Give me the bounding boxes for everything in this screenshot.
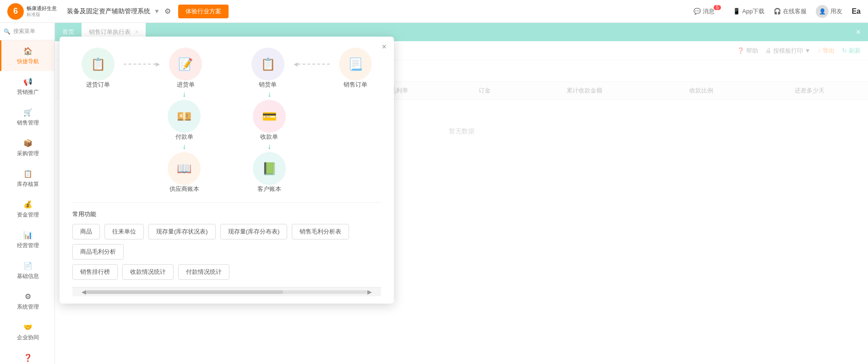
customer-ledger-icon: 📗 xyxy=(253,152,286,185)
message-icon: 💬 xyxy=(693,8,701,15)
arrow-sales: ◀ xyxy=(294,61,330,67)
payment-bill-icon: 💴 xyxy=(168,100,201,133)
sidebar-item-system[interactable]: ⚙ 系统管理 xyxy=(0,286,55,316)
sidebar-item-operations[interactable]: 📊 经营管理 xyxy=(0,224,55,255)
system-title-area: 装备及固定资产辅助管理系统 ▼ ⚙ 体验行业方案 xyxy=(67,5,693,18)
flow-item-receipt-bill[interactable]: 💳 收款单 xyxy=(243,100,296,141)
purchase-icon: 📦 xyxy=(23,138,33,148)
sales-order-icon: 📃 xyxy=(339,48,372,81)
sidebar-item-marketing[interactable]: 📢 营销推广 xyxy=(0,71,55,102)
sales-bill-icon: 📋 xyxy=(251,48,284,81)
purchase-order-icon: 📋 xyxy=(82,48,115,81)
flow-item-sales-bill[interactable]: 📋 销货单 xyxy=(242,48,294,89)
func-btn-product-profit[interactable]: 商品毛利分析 xyxy=(72,244,124,260)
sidebar-item-purchase[interactable]: 📦 采购管理 xyxy=(0,132,55,163)
message-btn[interactable]: 💬 消息 5 xyxy=(693,7,724,16)
enterprise-icon: 🤝 xyxy=(23,322,33,332)
func-btn-product[interactable]: 商品 xyxy=(72,224,100,239)
sidebar-item-quick[interactable]: 🏠 快捷导航 xyxy=(0,40,55,71)
arrow-purchase: ▶ xyxy=(124,61,160,67)
scroll-track[interactable] xyxy=(86,290,367,294)
sales-order-label: 销售订单 xyxy=(344,81,367,89)
common-functions-title: 常用功能 xyxy=(72,210,381,218)
online-service-btn[interactable]: 🎧 在线客服 xyxy=(774,7,807,16)
search-menu-btn[interactable]: 🔍 搜索菜单 xyxy=(0,23,55,40)
flow-item-purchase-bill[interactable]: 📝 进货单 xyxy=(160,48,211,89)
system-dropdown-icon[interactable]: ▼ xyxy=(154,8,160,15)
logo-area: 6 畅康通好生意 标准版 xyxy=(7,3,62,20)
sales-icon: 🛒 xyxy=(23,107,33,117)
down-arrow-receipt: ↓ xyxy=(243,143,296,150)
system-icon: ⚙ xyxy=(23,291,33,301)
marketing-icon: 📢 xyxy=(23,76,33,87)
overlay-inner: × 📋 进货订单 ▶ 📝 xyxy=(55,23,868,364)
supplier-ledger-label: 供应商账本 xyxy=(169,185,199,193)
flow-item-supplier-ledger[interactable]: 📖 供应商账本 xyxy=(158,152,211,193)
sidebar-item-sales[interactable]: 🛒 销售管理 xyxy=(0,102,55,132)
sidebar: 🔍 搜索菜单 🏠 快捷导航 📢 营销推广 🛒 销售管理 📦 采购管理 📋 库存核… xyxy=(0,23,55,364)
func-btn-sales-rank[interactable]: 销售排行榜 xyxy=(72,264,118,280)
purchase-bill-icon: 📝 xyxy=(169,48,202,81)
func-btn-receipt-stats[interactable]: 收款情况统计 xyxy=(122,264,174,280)
receipt-bill-icon: 💳 xyxy=(253,100,286,133)
app-download-btn[interactable]: 📱 App下载 xyxy=(733,7,764,16)
logo-text: 畅康通好生意 标准版 xyxy=(27,5,57,17)
flow-item-payment-bill[interactable]: 💴 付款单 xyxy=(158,100,211,141)
scroll-left-btn[interactable]: ◀ xyxy=(82,288,86,295)
quick-nav-dialog: × 📋 进货订单 ▶ 📝 xyxy=(60,37,394,304)
settings-icon[interactable]: ⚙ xyxy=(164,7,171,16)
down-arrow-purchase-bill: ↓ xyxy=(158,91,211,98)
sales-bill-label: 销货单 xyxy=(259,81,277,89)
flow-item-customer-ledger[interactable]: 📗 客户账本 xyxy=(243,152,296,193)
logo-icon: 6 xyxy=(7,3,24,20)
purchase-bill-label: 进货单 xyxy=(177,81,195,89)
app-icon: 📱 xyxy=(733,8,740,15)
user-area[interactable]: 👤 用友 xyxy=(816,5,842,18)
dialog-overlay: × 📋 进货订单 ▶ 📝 xyxy=(55,23,868,364)
scroll-right-btn[interactable]: ▶ xyxy=(367,288,372,295)
finance-icon: 💰 xyxy=(23,199,33,209)
user-ea-badge: Ea xyxy=(852,7,861,16)
func-btn-sales-profit[interactable]: 销售毛利分析表 xyxy=(292,224,349,239)
func-btn-partners[interactable]: 往来单位 xyxy=(104,224,144,239)
common-functions: 常用功能 商品 往来单位 现存量(库存状况表) 现存量(库存分布表) 销售毛利分… xyxy=(72,202,381,280)
payment-bill-label: 付款单 xyxy=(175,133,193,141)
sidebar-item-newbie[interactable]: ❓ 新手引导 xyxy=(0,347,55,364)
sidebar-item-enterprise[interactable]: 🤝 企业协同 xyxy=(0,316,55,347)
customer-ledger-label: 客户账本 xyxy=(257,185,281,193)
purchase-order-label: 进货订单 xyxy=(86,81,110,89)
search-icon: 🔍 xyxy=(4,28,11,35)
func-btn-stock-dist[interactable]: 现存量(库存分布表) xyxy=(220,224,288,239)
func-btn-stock-status[interactable]: 现存量(库存状况表) xyxy=(148,224,216,239)
user-avatar: 👤 xyxy=(816,5,829,18)
supplier-ledger-icon: 📖 xyxy=(168,152,201,185)
func-buttons-row2: 销售排行榜 收款情况统计 付款情况统计 xyxy=(72,264,381,280)
down-arrow-sales-bill: ↓ xyxy=(243,91,296,98)
newbie-icon: ❓ xyxy=(23,353,33,363)
top-header: 6 畅康通好生意 标准版 装备及固定资产辅助管理系统 ▼ ⚙ 体验行业方案 💬 … xyxy=(0,0,868,23)
flow-item-sales-order[interactable]: 📃 销售订单 xyxy=(330,48,381,89)
inventory-icon: 📋 xyxy=(23,168,33,179)
down-arrow-payment: ↓ xyxy=(158,143,211,150)
quick-icon: 🏠 xyxy=(23,46,33,56)
scroll-thumb xyxy=(86,290,283,294)
trial-button[interactable]: 体验行业方案 xyxy=(178,5,229,18)
service-icon: 🎧 xyxy=(774,8,781,15)
message-badge: 5 xyxy=(714,5,721,10)
flow-item-purchase-order[interactable]: 📋 进货订单 xyxy=(72,48,124,89)
system-title: 装备及固定资产辅助管理系统 xyxy=(67,7,150,16)
header-right: 💬 消息 5 📱 App下载 🎧 在线客服 👤 用友 Ea xyxy=(693,5,861,18)
scroll-bar-area: ◀ ▶ xyxy=(72,287,381,296)
receipt-bill-label: 收款单 xyxy=(260,133,278,141)
sidebar-item-basic[interactable]: 📄 基础信息 xyxy=(0,255,55,286)
basic-icon: 📄 xyxy=(23,261,33,271)
func-buttons-row1: 商品 往来单位 现存量(库存状况表) 现存量(库存分布表) 销售毛利分析表 商品… xyxy=(72,224,381,260)
func-btn-payment-stats[interactable]: 付款情况统计 xyxy=(178,264,229,280)
sidebar-item-finance[interactable]: 💰 资金管理 xyxy=(0,194,55,224)
sidebar-item-inventory[interactable]: 📋 库存核算 xyxy=(0,163,55,194)
dialog-close-btn[interactable]: × xyxy=(382,42,387,52)
operations-icon: 📊 xyxy=(23,230,33,240)
